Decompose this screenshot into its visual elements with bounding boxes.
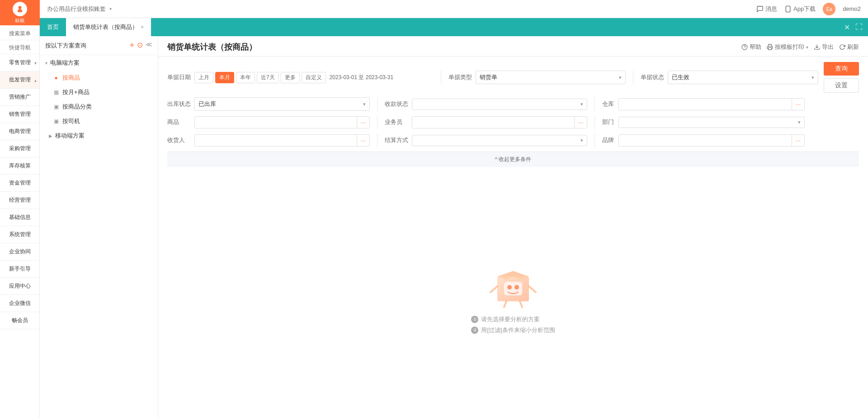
sidebar-item-label: 企业微信 bbox=[0, 299, 39, 307]
divider-7 bbox=[377, 133, 377, 147]
sidebar-item-vip[interactable]: 畅会员 bbox=[0, 312, 39, 329]
help-button[interactable]: 帮助 bbox=[741, 43, 761, 51]
sidebar-item-label: 新手引导 bbox=[0, 265, 39, 273]
doctype-value: 销货单 bbox=[480, 73, 497, 81]
scheme-icon: ▦ bbox=[52, 89, 60, 96]
svg-line-14 bbox=[520, 301, 522, 307]
date-more-btn[interactable]: 更多 bbox=[281, 72, 300, 83]
tree-item-by-driver[interactable]: ▣ 按司机 bbox=[40, 114, 158, 128]
tree-item-label: 按月+商品 bbox=[62, 88, 90, 96]
sidebar-item-ecommerce[interactable]: 电商管理 bbox=[0, 123, 39, 140]
refresh-button[interactable]: 刷新 bbox=[839, 43, 859, 51]
tree-item-by-goods[interactable]: ● 按商品 bbox=[40, 71, 158, 85]
query-button[interactable]: 查询 bbox=[824, 62, 859, 76]
print-button[interactable]: 按模板打印 ▾ bbox=[767, 43, 808, 51]
tree-item-by-month-goods[interactable]: ▦ 按月+商品 bbox=[40, 85, 158, 100]
docstatus-select[interactable]: 已生效 ▾ bbox=[668, 71, 818, 84]
scheme-collapse-icon[interactable]: ≪ bbox=[146, 41, 152, 50]
user-avatar[interactable]: Ea bbox=[823, 3, 835, 15]
date-this-year-btn[interactable]: 本年 bbox=[236, 72, 255, 83]
dept-select[interactable]: ▾ bbox=[618, 117, 805, 128]
sidebar-item-operation[interactable]: 经营管理 bbox=[0, 192, 39, 209]
filter-field-salesperson: 业务员 ··· bbox=[385, 116, 587, 128]
filter-field-collectstatus: 收款状态 ▾ bbox=[385, 99, 587, 110]
export-button[interactable]: 导出 bbox=[814, 43, 834, 51]
tab-home[interactable]: 首页 bbox=[40, 18, 66, 36]
message-label: 消息 bbox=[765, 5, 777, 13]
doctype-label: 单据类型 bbox=[448, 73, 476, 81]
svg-line-12 bbox=[529, 286, 536, 292]
chevron-down-icon: ▾ bbox=[34, 60, 37, 65]
scheme-panel: 按以下方案查询 + ⊙ ≪ ▾ 电脑端方案 ● 按商品 ▦ bbox=[40, 36, 158, 418]
date-this-month-btn[interactable]: 本月 bbox=[215, 72, 234, 83]
tree-item-by-category[interactable]: ▣ 按商品分类 bbox=[40, 100, 158, 114]
sidebar-item-wholesale[interactable]: 批发管理 ▴ bbox=[0, 71, 39, 89]
tab-close-icon[interactable]: × bbox=[141, 24, 144, 30]
sidebar-item-retail[interactable]: 零售管理 ▾ bbox=[0, 54, 39, 71]
brand-select[interactable]: ··· bbox=[618, 134, 805, 147]
salesperson-dots-icon[interactable]: ··· bbox=[574, 117, 587, 128]
date-custom-btn[interactable]: 自定义 bbox=[302, 72, 326, 83]
docstatus-value: 已生效 bbox=[672, 73, 689, 81]
date-range-display: 2023-03-01 至 2023-03-31 bbox=[330, 74, 393, 81]
sidebar-item-sales[interactable]: 销售管理 bbox=[0, 106, 39, 123]
receiver-dots-icon[interactable]: ··· bbox=[357, 135, 369, 146]
warehouse-label: 仓库 bbox=[602, 100, 618, 108]
app-logo: 标账 bbox=[0, 0, 40, 25]
logo-text: 标账 bbox=[15, 17, 25, 24]
message-btn[interactable]: 消息 bbox=[756, 5, 777, 13]
filter-btn-group: 查询 设置 bbox=[818, 62, 859, 93]
app-download-btn[interactable]: App下载 bbox=[784, 5, 816, 13]
receiver-select[interactable]: ··· bbox=[194, 134, 370, 147]
tab-expand-icon[interactable]: ⛶ bbox=[854, 23, 864, 32]
sidebar-search-item[interactable]: 搜索菜单 bbox=[0, 25, 39, 40]
tab-expand-area: ✕ ⛶ bbox=[842, 23, 868, 32]
sidebar-item-appcenter[interactable]: 应用中心 bbox=[0, 278, 39, 295]
collectstatus-select[interactable]: ▾ bbox=[412, 99, 587, 110]
scheme-edit-icon[interactable]: ⊙ bbox=[137, 41, 143, 50]
outstatus-select[interactable]: 已出库 ▾ bbox=[194, 97, 370, 111]
filter-field-docstatus: 单据状态 已生效 ▾ bbox=[641, 71, 818, 84]
sidebar-item-inventory[interactable]: 库存核算 bbox=[0, 157, 39, 175]
setting-button[interactable]: 设置 bbox=[824, 78, 859, 93]
sidebar-item-marketing[interactable]: 营销推广 bbox=[0, 89, 39, 106]
empty-state: ① 请先选择要分析的方案 ② 用[过滤]条件来缩小分析范围 bbox=[158, 172, 868, 418]
scheme-icon: ▣ bbox=[52, 118, 60, 125]
print-dropdown-icon[interactable]: ▾ bbox=[806, 45, 808, 50]
dept-label: 部门 bbox=[602, 118, 618, 126]
sidebar-item-enterprise[interactable]: 企业协同 bbox=[0, 243, 39, 261]
salesperson-select[interactable]: ··· bbox=[412, 116, 587, 128]
warehouse-dots-icon[interactable]: ··· bbox=[792, 99, 804, 110]
tree-group-mobile-header[interactable]: ▶ 移动端方案 bbox=[40, 128, 158, 143]
sidebar-item-label: 零售管理 bbox=[0, 59, 39, 66]
sidebar-item-newuser[interactable]: 新手引导 bbox=[0, 261, 39, 278]
outstatus-arrow-icon: ▾ bbox=[363, 101, 366, 107]
warehouse-select[interactable]: ··· bbox=[618, 98, 805, 110]
collapse-more-conditions-btn[interactable]: ^ 收起更多条件 bbox=[167, 152, 859, 167]
sidebar-item-finance[interactable]: 资金管理 bbox=[0, 175, 39, 192]
filter-field-receiver: 收货人 ··· bbox=[167, 134, 370, 147]
sidebar-item-wechat[interactable]: 企业微信 bbox=[0, 295, 39, 312]
goods-dots-icon[interactable]: ··· bbox=[357, 117, 369, 128]
tree-item-label: 按司机 bbox=[62, 117, 80, 125]
tree-group-pc-header[interactable]: ▾ 电脑端方案 bbox=[40, 55, 158, 71]
scheme-add-icon[interactable]: + bbox=[129, 41, 134, 50]
tab-sales-stat[interactable]: 销货单统计表（按商品） × bbox=[66, 18, 151, 36]
date-last-month-btn[interactable]: 上月 bbox=[194, 72, 213, 83]
goods-select[interactable]: ··· bbox=[194, 116, 370, 128]
sidebar-item-purchase[interactable]: 采购管理 bbox=[0, 140, 39, 157]
date-last7-btn[interactable]: 近7天 bbox=[257, 72, 279, 83]
tab-bar: 首页 销货单统计表（按商品） × ✕ ⛶ bbox=[40, 18, 868, 36]
goods-value bbox=[195, 120, 357, 124]
settle-select[interactable]: ▾ bbox=[412, 135, 587, 146]
doctype-select[interactable]: 销货单 ▾ bbox=[476, 71, 626, 84]
tab-close-window-icon[interactable]: ✕ bbox=[842, 23, 852, 32]
industry-dropdown-icon[interactable]: ▾ bbox=[109, 6, 112, 11]
brand-dots-icon[interactable]: ··· bbox=[792, 135, 804, 146]
sidebar-item-basic[interactable]: 基础信息 bbox=[0, 209, 39, 226]
sidebar-quicknav-item[interactable]: 快捷导航 bbox=[0, 40, 39, 54]
export-label: 导出 bbox=[822, 43, 834, 51]
sidebar-item-system[interactable]: 系统管理 bbox=[0, 226, 39, 243]
tree-expand-icon: ▾ bbox=[45, 61, 47, 66]
sidebar-item-label: 经营管理 bbox=[0, 196, 39, 204]
